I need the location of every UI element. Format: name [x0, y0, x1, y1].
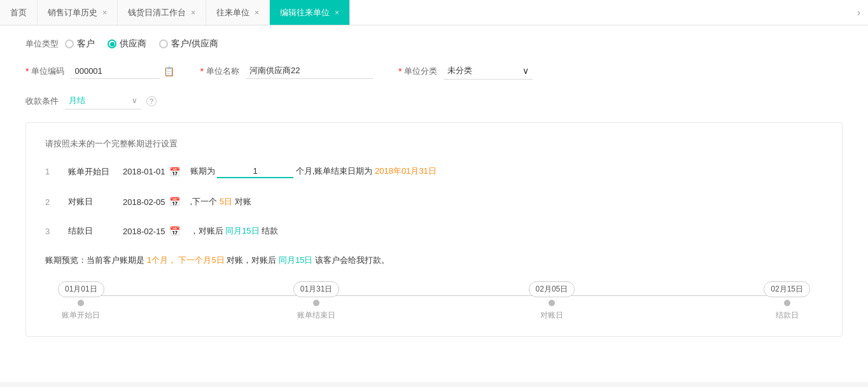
tl-bubble-1: 01月01日: [58, 281, 104, 297]
category-select[interactable]: 未分类 ∨: [444, 62, 533, 80]
row1-label: 账单开始日: [68, 166, 113, 178]
row2-desc-before: ,下一个: [190, 197, 218, 206]
row1-date-value: 2018-01-01: [123, 167, 165, 176]
tab-edit-partner-close[interactable]: ×: [335, 8, 339, 17]
timeline-nodes: 01月01日 账单开始日 01月31日 账单结束日 02月05日 对账日 02月…: [58, 281, 810, 321]
timeline-node-1: 01月01日 账单开始日: [58, 281, 104, 321]
payment-label: 收款条件: [25, 95, 59, 107]
period-input[interactable]: [217, 165, 293, 178]
row2-date: 2018-02-05 📅: [123, 197, 180, 207]
tab-cash-work-label: 钱货日清工作台: [128, 7, 186, 18]
tab-home[interactable]: 首页: [0, 0, 38, 25]
tab-edit-partner-label: 编辑往来单位: [280, 7, 330, 18]
tab-sales-order[interactable]: 销售订单历史 ×: [38, 0, 118, 25]
row3-label: 结款日: [68, 225, 113, 237]
tab-edit-partner[interactable]: 编辑往来单位 ×: [270, 0, 350, 25]
code-name-category-row: * 单位编码 📋 * 单位名称 * 单位分类 未分类 ∨: [25, 62, 843, 80]
radio-customer[interactable]: 客户: [65, 38, 95, 50]
payment-row: 收款条件 月结 ∨ ?: [25, 92, 843, 109]
radio-customer-supplier-circle: [159, 39, 168, 48]
panel-title: 请按照未来的一个完整帐期进行设置: [45, 138, 823, 150]
code-field-group: * 单位编码 📋: [25, 64, 174, 79]
tl-bubble-3: 02月05日: [529, 281, 575, 297]
row2-number: 2: [45, 197, 58, 207]
payment-help-icon[interactable]: ?: [146, 96, 157, 106]
tl-dot-4: [784, 300, 790, 306]
name-input[interactable]: [246, 64, 373, 79]
timeline-node-3: 02月05日 对账日: [529, 281, 575, 321]
code-input[interactable]: [71, 64, 160, 79]
tab-cash-work-close[interactable]: ×: [191, 8, 195, 17]
unit-type-label: 单位类型: [25, 38, 59, 50]
payment-select[interactable]: 月结 ∨: [65, 92, 141, 109]
tl-bubble-4: 02月15日: [764, 281, 810, 297]
tl-label-2: 账单结束日: [297, 310, 335, 321]
tab-bar: 首页 销售订单历史 × 钱货日清工作台 × 往来单位 × 编辑往来单位 × ›: [0, 0, 868, 25]
radio-customer-supplier[interactable]: 客户/供应商: [159, 38, 218, 50]
category-value: 未分类: [447, 65, 522, 76]
unit-type-row: 单位类型 客户 供应商 客户/供应商: [25, 38, 843, 50]
radio-supplier-label: 供应商: [120, 38, 146, 50]
setting-row-3: 3 结款日 2018-02-15 📅 ，对账后 同月15日 结款: [45, 225, 823, 237]
tl-label-4: 结款日: [776, 310, 799, 321]
tl-label-3: 对账日: [540, 310, 563, 321]
timeline-node-4: 02月15日 结款日: [764, 281, 810, 321]
row3-highlight: 同月15日: [225, 226, 259, 236]
row1-number: 1: [45, 167, 58, 176]
radio-supplier[interactable]: 供应商: [108, 38, 146, 50]
radio-customer-circle: [65, 39, 74, 48]
preview-part5: 该客户会给我打款。: [315, 255, 389, 265]
preview-part1: 1个月，: [147, 255, 176, 265]
category-label: 单位分类: [404, 66, 437, 77]
tab-cash-work[interactable]: 钱货日清工作台 ×: [118, 0, 206, 25]
row1-date: 2018-01-01 📅: [123, 167, 180, 177]
tab-partner-close[interactable]: ×: [255, 8, 259, 17]
code-label: 单位编码: [31, 66, 64, 77]
radio-customer-supplier-label: 客户/供应商: [171, 38, 218, 50]
name-required: *: [200, 66, 203, 76]
row2-date-value: 2018-02-05: [123, 197, 165, 207]
row1-highlight: 2018年01月31日: [375, 166, 437, 176]
tab-more-btn[interactable]: ›: [850, 7, 868, 18]
radio-supplier-circle: [108, 39, 116, 48]
main-content: 单位类型 客户 供应商 客户/供应商 * 单位编码 📋 * 单位名称: [0, 25, 868, 382]
row3-date: 2018-02-15 📅: [123, 226, 180, 236]
row3-calendar-icon[interactable]: 📅: [169, 226, 180, 236]
settings-panel: 请按照未来的一个完整帐期进行设置 1 账单开始日 2018-01-01 📅 账期…: [25, 122, 843, 337]
preview-label: 账期预览：当前客户账期是: [45, 255, 144, 265]
category-required: *: [398, 66, 402, 76]
row1-desc-after: 个月,账单结束日期为: [296, 166, 373, 176]
row3-desc-before: ，对账后: [190, 226, 223, 236]
row3-desc: ，对账后 同月15日 结款: [190, 225, 279, 237]
code-icon[interactable]: 📋: [164, 66, 174, 76]
setting-row-2: 2 对账日 2018-02-05 📅 ,下一个 5日 对账: [45, 196, 823, 208]
preview-part3: 对账，对账后: [227, 255, 276, 265]
row1-desc-before: 账期为: [190, 166, 215, 176]
payment-value: 月结: [69, 95, 127, 106]
tl-dot-3: [549, 300, 555, 306]
preview-section: 账期预览：当前客户账期是 1个月， 下一个月5日 对账，对账后 同月15日 该客…: [45, 255, 823, 266]
timeline-node-2: 01月31日 账单结束日: [293, 281, 340, 321]
preview-part4: 同月15日: [279, 255, 312, 265]
row2-calendar-icon[interactable]: 📅: [169, 197, 180, 207]
tl-label-1: 账单开始日: [62, 310, 100, 321]
row1-calendar-icon[interactable]: 📅: [169, 167, 180, 177]
code-required: *: [25, 66, 29, 76]
tl-bubble-2: 01月31日: [293, 281, 340, 297]
tab-sales-order-close[interactable]: ×: [102, 8, 107, 17]
preview-part2: 下一个月5日: [178, 255, 224, 265]
tl-dot-1: [78, 300, 84, 306]
tl-dot-2: [313, 300, 319, 306]
row2-label: 对账日: [68, 196, 113, 208]
row3-desc-after: 结款: [262, 226, 278, 236]
setting-row-1: 1 账单开始日 2018-01-01 📅 账期为 个月,账单结束日期为 2018…: [45, 165, 823, 178]
tab-home-label: 首页: [10, 7, 27, 18]
payment-chevron-icon: ∨: [132, 96, 137, 105]
tab-sales-order-label: 销售订单历史: [48, 7, 97, 18]
row1-desc: 账期为 个月,账单结束日期为 2018年01月31日: [190, 165, 437, 178]
name-label: 单位名称: [206, 66, 239, 77]
tab-partner-label: 往来单位: [216, 7, 249, 18]
tab-partner[interactable]: 往来单位 ×: [206, 0, 270, 25]
row3-date-value: 2018-02-15: [123, 227, 165, 236]
timeline: 01月01日 账单开始日 01月31日 账单结束日 02月05日 对账日 02月…: [45, 281, 823, 321]
